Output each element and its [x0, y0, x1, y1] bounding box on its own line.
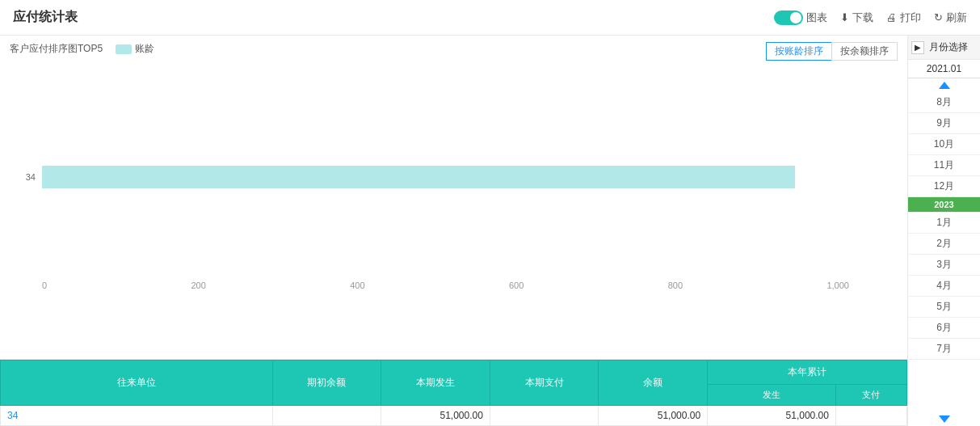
x-label-1: 200: [191, 280, 206, 290]
cell-ytd-occurrence: 51,000.00: [708, 406, 836, 426]
col-current-payment: 本期支付: [490, 361, 599, 406]
refresh-label: 刷新: [946, 11, 967, 25]
sidebar-date-display[interactable]: 2021.01: [908, 60, 980, 78]
table-header-row1: 往来单位 期初余额 本期发生 本期支付 余额 本年累计: [1, 361, 907, 385]
chart-area: 客户应付排序图TOP5 账龄 按账龄排序 按余额排序: [0, 36, 907, 426]
sidebar-month-12[interactable]: 12月: [908, 176, 980, 197]
x-label-5: 1,000: [826, 280, 849, 290]
vendor-link[interactable]: 34: [7, 410, 18, 421]
sidebar-month-1[interactable]: 1月: [908, 213, 980, 234]
print-button[interactable]: 🖨 打印: [886, 11, 921, 25]
legend-item-account: 账龄: [116, 42, 154, 56]
bar-chart-container: 34 856天 0 200 400 600 800 1,0: [10, 104, 898, 282]
cell-ytd-payment: [835, 406, 906, 426]
download-button[interactable]: ⬇ 下载: [840, 11, 873, 25]
sidebar-months-list: 8月 9月 10月 11月 12月 2023 1月 2月 3月 4月 5月 6月…: [908, 92, 980, 412]
cell-current-payment: [490, 406, 599, 426]
sort-by-balance-button[interactable]: 按账龄排序: [766, 42, 831, 61]
arrow-down-icon: [939, 415, 950, 423]
sort-buttons: 按账龄排序 按余额排序: [766, 42, 898, 61]
sidebar-month-2[interactable]: 2月: [908, 234, 980, 255]
chart-toggle[interactable]: 图表: [774, 11, 827, 25]
sidebar-month-8[interactable]: 8月: [908, 92, 980, 113]
legend-label-account: 账龄: [135, 42, 154, 56]
print-label: 打印: [900, 11, 921, 25]
bar-fill: [42, 166, 795, 188]
x-label-3: 600: [509, 280, 524, 290]
download-icon: ⬇: [840, 11, 849, 23]
sidebar-nav-up[interactable]: [908, 78, 980, 92]
x-axis-labels: 0 200 400 600 800 1,000: [42, 280, 849, 290]
sidebar-month-10[interactable]: 10月: [908, 134, 980, 155]
bar-container: 856天: [42, 166, 898, 188]
sidebar-header-label: 月份选择: [929, 40, 968, 54]
legend-color-account: [116, 44, 132, 54]
x-label-0: 0: [42, 280, 47, 290]
sidebar-month-9[interactable]: 9月: [908, 113, 980, 134]
app-header: 应付统计表 图表 ⬇ 下载 🖨 打印 ↻ 刷新: [0, 0, 980, 36]
sidebar-collapse-area: ▶ 月份选择: [908, 36, 980, 60]
refresh-button[interactable]: ↻ 刷新: [934, 11, 967, 25]
cell-balance: 51,000.00: [599, 406, 708, 426]
download-label: 下载: [852, 11, 873, 25]
legend-label-customer: 客户应付排序图TOP5: [10, 42, 103, 56]
chart-row-0: 34 856天: [10, 161, 898, 193]
table-row: 34 51,000.00 51,000.00 51,000.00: [1, 406, 907, 426]
sidebar-month-3[interactable]: 3月: [908, 255, 980, 276]
chart-legend: 客户应付排序图TOP5 账龄: [10, 42, 898, 56]
col-opening-balance: 期初余额: [272, 361, 381, 406]
header-actions: 图表 ⬇ 下载 🖨 打印 ↻ 刷新: [774, 11, 967, 25]
sidebar-collapse-button[interactable]: ▶: [911, 41, 924, 54]
chart-section: 客户应付排序图TOP5 账龄 按账龄排序 按余额排序: [0, 36, 907, 360]
table-section: 往来单位 期初余额 本期发生 本期支付 余额 本年累计 发生 支付: [0, 360, 907, 426]
sidebar-month-7[interactable]: 7月: [908, 339, 980, 360]
toggle-switch-icon[interactable]: [774, 11, 803, 25]
x-label-4: 800: [668, 280, 683, 290]
chart-toggle-label: 图表: [806, 11, 827, 25]
legend-item-customer: 客户应付排序图TOP5: [10, 42, 103, 56]
col-ytd-occurrence: 发生: [708, 385, 836, 406]
arrow-up-icon: [939, 82, 950, 89]
col-current-occurrence: 本期发生: [381, 361, 490, 406]
refresh-icon: ↻: [934, 11, 943, 23]
cell-current-occurrence: 51,000.00: [381, 406, 490, 426]
col-vendor: 往来单位: [1, 361, 273, 406]
cell-vendor: 34: [1, 406, 273, 426]
col-ytd-payment: 支付: [835, 385, 906, 406]
sidebar-month-11[interactable]: 11月: [908, 155, 980, 176]
sidebar-nav-down[interactable]: [908, 412, 980, 426]
col-ytd: 本年累计: [708, 361, 907, 385]
data-table: 往来单位 期初余额 本期发生 本期支付 余额 本年累计 发生 支付: [0, 360, 907, 426]
col-balance: 余额: [599, 361, 708, 406]
right-sidebar: ▶ 月份选择 2021.01 8月 9月 10月 11月 12月 2023 1月…: [907, 36, 980, 426]
sidebar-month-6[interactable]: 6月: [908, 318, 980, 339]
sort-by-amount-button[interactable]: 按余额排序: [831, 42, 898, 61]
cell-opening-balance: [272, 406, 381, 426]
page-title: 应付统计表: [13, 9, 78, 26]
sidebar-year-2023[interactable]: 2023: [908, 197, 980, 213]
print-icon: 🖨: [886, 11, 897, 23]
bar-y-label: 34: [10, 172, 42, 182]
sidebar-month-4[interactable]: 4月: [908, 276, 980, 297]
sidebar-month-5[interactable]: 5月: [908, 297, 980, 318]
x-label-2: 400: [350, 280, 364, 290]
main-content: 客户应付排序图TOP5 账龄 按账龄排序 按余额排序: [0, 36, 980, 426]
